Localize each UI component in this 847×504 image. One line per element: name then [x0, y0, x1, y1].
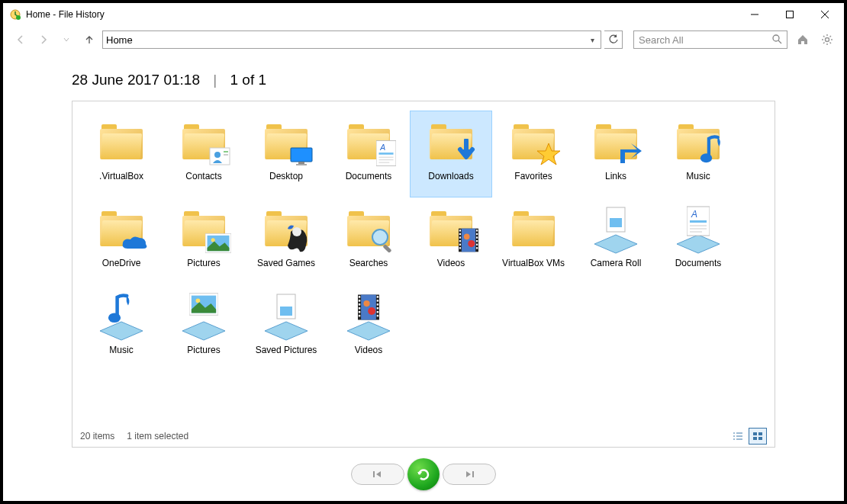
item-camera-roll[interactable]: Camera Roll	[575, 197, 657, 284]
folder-games-icon	[260, 203, 312, 255]
item-documents[interactable]: ADocuments	[327, 111, 410, 197]
item-onedrive[interactable]: OneDrive	[80, 197, 163, 284]
item-favorites[interactable]: Favorites	[492, 111, 575, 197]
icons-view-button[interactable]	[749, 428, 767, 445]
minimize-button[interactable]	[737, 3, 772, 26]
svg-point-39	[464, 234, 470, 240]
header-separator: |	[213, 72, 217, 88]
item-label: Music	[686, 171, 710, 181]
item-downloads[interactable]: Downloads	[410, 111, 492, 197]
svg-rect-88	[359, 315, 360, 316]
item-contacts[interactable]: Contacts	[163, 111, 245, 197]
item-label: Saved Games	[257, 258, 315, 268]
selection-count: 1 item selected	[127, 431, 188, 441]
maximize-button[interactable]	[772, 3, 807, 26]
svg-point-35	[372, 230, 388, 245]
search-icon	[771, 34, 782, 47]
forward-button[interactable]	[34, 30, 53, 50]
svg-rect-80	[361, 295, 376, 320]
item-saved-pictures[interactable]: Saved Pictures	[245, 284, 327, 371]
next-version-button[interactable]	[443, 464, 496, 485]
svg-rect-89	[377, 296, 378, 297]
item-music[interactable]: Music	[80, 284, 163, 371]
details-view-button[interactable]	[729, 428, 747, 445]
snapshot-header: 28 June 2017 01:18 | 1 of 1	[72, 72, 775, 88]
back-button[interactable]	[11, 30, 31, 50]
home-button[interactable]	[794, 30, 812, 49]
item-label: Videos	[355, 345, 382, 355]
item-music[interactable]: Music	[657, 111, 739, 197]
library-music-icon	[95, 290, 147, 342]
svg-line-7	[778, 40, 781, 43]
item-pictures[interactable]: Pictures	[163, 197, 245, 284]
item-label: Pictures	[187, 345, 220, 355]
svg-rect-44	[459, 240, 461, 242]
settings-button[interactable]	[818, 30, 836, 49]
svg-rect-23	[296, 164, 307, 165]
item-documents[interactable]: ADocuments	[657, 197, 739, 284]
up-button[interactable]	[79, 30, 99, 50]
item--virtualbox[interactable]: .VirtualBox	[80, 111, 163, 197]
svg-rect-36	[382, 244, 391, 253]
item-label: Pictures	[187, 258, 220, 268]
search-input[interactable]: Search All	[633, 30, 787, 49]
library-camera-icon	[590, 203, 642, 255]
svg-rect-45	[459, 244, 461, 246]
svg-rect-46	[459, 247, 461, 249]
item-label: Videos	[437, 258, 465, 268]
restore-button[interactable]	[407, 458, 440, 490]
item-virtualbox-vms[interactable]: VirtualBox VMs	[492, 197, 575, 284]
svg-rect-87	[359, 311, 360, 313]
svg-rect-92	[377, 307, 378, 309]
svg-rect-91	[377, 303, 378, 305]
svg-text:A: A	[379, 143, 385, 152]
item-videos[interactable]: Videos	[327, 284, 410, 371]
svg-rect-102	[758, 432, 762, 435]
refresh-button[interactable]	[604, 30, 623, 49]
svg-rect-86	[359, 307, 360, 309]
svg-marker-68	[182, 322, 225, 340]
library-saved-icon	[260, 290, 312, 342]
svg-rect-83	[359, 296, 360, 297]
address-dropdown-icon[interactable]: ▾	[588, 36, 597, 44]
svg-rect-26	[378, 152, 393, 155]
content-area: 28 June 2017 01:18 | 1 of 1 .VirtualBoxC…	[3, 53, 844, 448]
library-documents-icon: A	[672, 203, 724, 255]
svg-point-30	[700, 153, 712, 162]
close-button[interactable]	[807, 3, 842, 26]
folder-documents-icon: A	[343, 116, 395, 168]
svg-text:A: A	[691, 209, 697, 220]
item-label: Saved Pictures	[256, 345, 317, 355]
svg-rect-20	[224, 154, 228, 156]
svg-rect-93	[377, 311, 378, 313]
item-searches[interactable]: Searches	[327, 197, 410, 284]
svg-point-1	[16, 15, 21, 20]
item-saved-games[interactable]: Saved Games	[245, 197, 327, 284]
svg-rect-103	[753, 437, 757, 440]
svg-point-18	[214, 152, 221, 158]
svg-rect-61	[690, 220, 707, 223]
item-desktop[interactable]: Desktop	[245, 111, 327, 197]
folder-desktop-icon	[260, 116, 312, 168]
folder-links-icon	[590, 116, 642, 168]
item-count: 20 items	[80, 431, 114, 441]
svg-rect-94	[377, 315, 378, 316]
item-videos[interactable]: Videos	[410, 197, 492, 284]
folder-downloads-icon	[425, 116, 477, 168]
item-label: Downloads	[428, 171, 473, 181]
svg-point-40	[468, 240, 475, 247]
svg-rect-76	[280, 307, 292, 316]
folder-onedrive-icon	[95, 203, 147, 255]
status-bar: 20 items 1 item selected	[72, 425, 775, 447]
item-links[interactable]: Links	[575, 111, 657, 197]
history-dropdown[interactable]	[56, 30, 76, 50]
svg-point-8	[826, 38, 829, 42]
items-grid[interactable]: .VirtualBoxContactsDesktopADocumentsDown…	[72, 111, 775, 425]
item-label: Camera Roll	[591, 258, 642, 268]
address-bar[interactable]: Home ▾	[102, 30, 601, 49]
svg-rect-49	[476, 236, 478, 238]
folder-music-icon	[672, 116, 724, 168]
item-label: OneDrive	[102, 258, 141, 268]
item-pictures[interactable]: Pictures	[163, 284, 245, 371]
previous-version-button[interactable]	[351, 464, 404, 485]
